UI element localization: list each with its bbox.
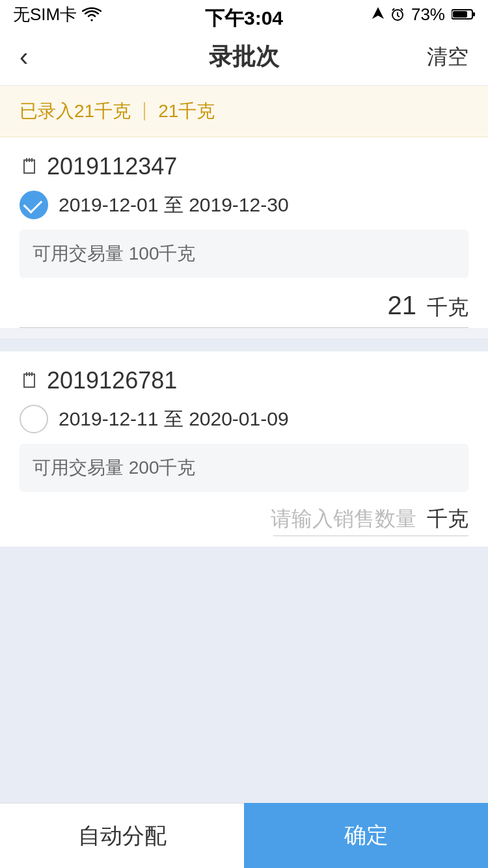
svg-rect-8 — [453, 11, 467, 18]
batch2-date: 2019-12-11 至 2020-01-09 — [59, 406, 289, 433]
batch1-availability: 可用交易量 100千克 — [20, 230, 468, 278]
svg-line-3 — [398, 16, 400, 17]
location-icon — [372, 7, 384, 21]
svg-marker-0 — [372, 7, 384, 19]
batch-card-1: 🗒 2019112347 2019-12-01 至 2019-12-30 可用交… — [0, 137, 488, 328]
batch2-input-unit: 千克 — [427, 505, 468, 534]
batch1-radio[interactable] — [20, 191, 48, 219]
alarm-icon — [390, 7, 405, 21]
summary-divider — [144, 102, 145, 120]
batch1-quantity-section: 21 千克 — [0, 278, 488, 328]
section-separator-1 — [0, 338, 488, 351]
batch2-input-placeholder: 请输入销售数量 — [271, 505, 416, 534]
batch1-date: 2019-12-01 至 2019-12-30 — [59, 192, 289, 219]
nav-bar: ‹ 录批次 清空 — [0, 29, 488, 86]
auto-distribute-button[interactable]: 自动分配 — [0, 803, 244, 868]
empty-area — [0, 547, 488, 833]
status-bar-time: 下午3:04 — [205, 5, 283, 32]
svg-line-4 — [392, 8, 394, 10]
batch1-date-row[interactable]: 2019-12-01 至 2019-12-30 — [20, 191, 468, 219]
clear-button[interactable]: 清空 — [427, 43, 468, 72]
batch1-id-row: 🗒 2019112347 — [20, 153, 468, 180]
svg-rect-7 — [472, 12, 475, 16]
batch2-date-row[interactable]: 2019-12-11 至 2020-01-09 — [20, 405, 468, 433]
back-button[interactable]: ‹ — [20, 42, 59, 72]
bottom-bar: 自动分配 确定 — [0, 803, 488, 868]
batch2-radio[interactable] — [20, 405, 48, 433]
battery-icon — [452, 8, 475, 20]
batch2-availability: 可用交易量 200千克 — [20, 444, 468, 492]
status-bar-right: 73% — [372, 5, 475, 25]
batch2-id: 2019126781 — [47, 367, 177, 394]
batch1-underline — [20, 327, 468, 328]
batch1-quantity-unit: 千克 — [427, 293, 468, 322]
batch2-input-section: 请输入销售数量 千克 — [0, 492, 488, 547]
summary-amount: 21千克 — [158, 99, 215, 124]
batch1-quantity-value: 21 — [388, 291, 417, 320]
svg-line-5 — [401, 8, 403, 10]
batch-card-2: 🗒 2019126781 2019-12-11 至 2020-01-09 可用交… — [0, 351, 488, 547]
page-title: 录批次 — [209, 41, 279, 73]
doc-icon-2: 🗒 — [20, 369, 40, 393]
summary-banner: 已录入21千克 21千克 — [0, 86, 488, 137]
summary-label: 已录入21千克 — [20, 99, 131, 124]
confirm-button[interactable]: 确定 — [244, 803, 488, 868]
batch1-qty-inner: 21 千克 — [20, 278, 468, 322]
battery-text: 73% — [411, 5, 445, 25]
doc-icon-1: 🗒 — [20, 155, 40, 179]
batch1-id: 2019112347 — [47, 153, 177, 180]
status-bar-left: 无SIM卡 — [13, 3, 102, 26]
signal-text: 无SIM卡 — [13, 3, 77, 26]
batch2-input-underline — [273, 536, 468, 536]
batch2-id-row: 🗒 2019126781 — [20, 367, 468, 394]
status-bar: 无SIM卡 下午3:04 73% — [0, 0, 488, 29]
wifi-icon — [82, 7, 102, 21]
